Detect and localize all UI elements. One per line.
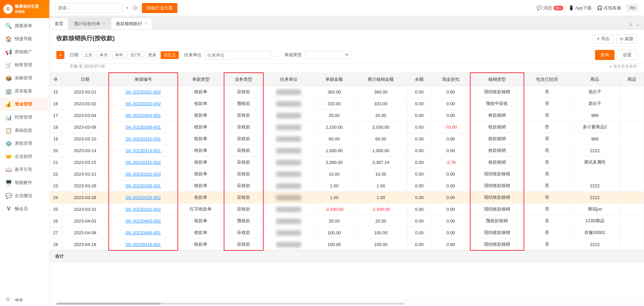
chevron-down-icon[interactable]: ▾ (126, 5, 128, 10)
bill-no-cell[interactable]: SK-20230315-002 (109, 157, 178, 168)
cash-discount-cell: 0.00 (431, 86, 470, 98)
sidebar-item-member[interactable]: V 畅会员 (0, 202, 49, 215)
topbar-gear-icon[interactable]: ⚙ (132, 4, 138, 12)
partner-cell: ████████ (263, 98, 314, 110)
sidebar-item-basic[interactable]: 📋 基础信息 (0, 124, 49, 137)
row-no-cell: 27 (50, 227, 62, 239)
sidebar-item-wechat[interactable]: 💬 企业微信 (0, 189, 49, 202)
refresh-button[interactable]: ↻ 刷新 (616, 34, 637, 44)
cum-amount-cell: 3,387.24 (354, 157, 407, 168)
bill-no-link[interactable]: SK-20230308-001 (125, 125, 161, 130)
bill-no-cell[interactable]: SK-20230321-003 (109, 168, 178, 180)
horizontal-scrollbar[interactable] (50, 301, 644, 306)
bill-no-cell[interactable]: SK-20230310-001 (109, 133, 178, 145)
column-settings-icon[interactable]: ⚙ (54, 77, 58, 82)
bill-type-select[interactable] (305, 51, 352, 59)
date-cell: 2023-03-10 (62, 133, 109, 145)
bill-no-cell[interactable]: SK-20230302-002 (109, 98, 178, 110)
scrollbar-track[interactable] (56, 303, 405, 305)
sidebar-item-shortcut[interactable]: 🏠 快捷导航 (0, 33, 49, 46)
data-table-container[interactable]: ⚙ 日期 单据编号 单据类型 业务类型 往来单位 单据金额 累计核销金额 余额 … (50, 72, 644, 301)
search-input[interactable] (55, 3, 122, 13)
sidebar-item-system[interactable]: ⚙️ 系统管理 (0, 137, 49, 150)
settings-icon[interactable]: ⚙ (5, 296, 10, 303)
bill-no-link[interactable]: SK-20230328-002 (125, 195, 161, 200)
date-quick-buttons: 上月 本月 本年 近7天 更多 自定义 (81, 51, 179, 59)
sidebar-item-finance[interactable]: 💰 资金管理 (0, 98, 49, 111)
custom-date-btn[interactable]: 自定义 (161, 51, 179, 59)
last-7days-btn[interactable]: 近7天 (127, 51, 144, 59)
bill-no-link[interactable]: SK-20230403-002 (125, 219, 161, 224)
scrollbar-thumb[interactable] (56, 303, 161, 305)
biz-type-cell: 应收款 (224, 192, 263, 203)
close-tab-icon[interactable]: ✕ (629, 22, 633, 28)
export-button[interactable]: ↗ 导出 (592, 34, 613, 44)
sidebar-item-hardware[interactable]: 🖥️ 智能硬件 (0, 176, 49, 189)
goods2-cell (620, 168, 644, 180)
sidebar-item-enterprise[interactable]: 🤝 企业协同 (0, 150, 49, 163)
system-icon: ⚙️ (5, 140, 12, 147)
sidebar-item-sales[interactable]: 🛒 销售管理 (0, 59, 49, 72)
bill-no-link[interactable]: SK-20230315-002 (125, 160, 161, 165)
table-row: 21 2023-03-15 SK-20230315-002 收款单 应收款 ██… (50, 157, 644, 168)
setting-button[interactable]: 设置 (617, 50, 637, 60)
industry-solution-button[interactable]: 体验行业方案 (142, 3, 177, 13)
bill-no-cell[interactable]: SK-20230314-001 (109, 145, 178, 157)
collapse-icon[interactable]: ◀◀ (14, 296, 22, 303)
goods1-cell: 多计量商品2 (570, 121, 620, 133)
message-area[interactable]: 💬 消息 99+ (537, 5, 563, 11)
bill-no-link[interactable]: SK-20230408-001 (125, 230, 161, 235)
this-year-btn[interactable]: 本年 (112, 51, 126, 59)
logo-icon: 6 (3, 4, 13, 14)
included-cell: 否 (524, 215, 570, 227)
bill-no-link[interactable]: SK-20230331-002 (125, 207, 161, 212)
tab-payable[interactable]: 预计应收付单 ✕ (69, 18, 110, 29)
bill-no-link[interactable]: SK-20230314-001 (125, 148, 161, 153)
cum-amount-cell: 20.00 (354, 215, 407, 227)
bill-no-cell[interactable]: SK-20230301-002 (109, 86, 178, 98)
tab-home[interactable]: 首页 (50, 18, 68, 29)
bill-no-link[interactable]: SK-20230418-001 (125, 242, 161, 247)
sidebar-item-guide[interactable]: 📖 新手引导 (0, 163, 49, 176)
cash-discount-cell: 0.00 (431, 203, 470, 215)
bill-no-cell[interactable]: SK-20230418-001 (109, 239, 178, 251)
filter-expand-button[interactable]: » (56, 51, 64, 59)
bill-no-link[interactable]: SK-20230310-001 (125, 136, 161, 141)
sidebar-label-system: 系统管理 (15, 140, 32, 146)
maximize-icon[interactable]: ⤢ (636, 22, 640, 28)
tab-payable-close-icon[interactable]: ✕ (102, 21, 105, 26)
more-date-btn[interactable]: 更多 (145, 51, 159, 59)
bill-no-cell[interactable]: SK-20230304-001 (109, 110, 178, 121)
bill-no-cell[interactable]: SK-20230408-001 (109, 227, 178, 239)
bill-no-cell[interactable]: SK-20230403-002 (109, 215, 178, 227)
sidebar-item-inventory[interactable]: 🏢 库存核算 (0, 85, 49, 98)
sidebar-item-purchase[interactable]: 📦 采购管理 (0, 72, 49, 85)
user-avatar[interactable]: Rit (627, 4, 639, 12)
bill-type-cell: 收款单 (178, 98, 224, 110)
expand-more-conditions-btn[interactable]: ▾ 展开更多条件 (610, 64, 637, 69)
bill-no-cell[interactable]: SK-20230328-002 (109, 192, 178, 203)
sidebar: 6 畅康道好生意 标推版 🔍 搜索菜单 🏠 快捷导航 📢 营销推广 🛒 销售管理… (0, 0, 50, 306)
sidebar-item-operation[interactable]: 📊 经营管理 (0, 111, 49, 124)
bill-no-cell[interactable]: SK-20230331-002 (109, 203, 178, 215)
tab-collection-close-icon[interactable]: ✕ (144, 21, 147, 26)
tab-collection[interactable]: 收款核销执行 ✕ (111, 18, 152, 29)
online-service-btn[interactable]: 🎧 在线客服 (597, 5, 621, 11)
bill-no-cell[interactable]: SK-20230328-001 (109, 180, 178, 192)
bill-no-link[interactable]: SK-20230301-002 (125, 89, 161, 95)
filter-more-icon[interactable]: … (274, 53, 279, 58)
th-settings[interactable]: ⚙ (50, 73, 62, 86)
bill-no-link[interactable]: SK-20230321-003 (125, 172, 161, 177)
query-button[interactable]: 查询 (595, 50, 614, 60)
bill-no-link[interactable]: SK-20230328-001 (125, 183, 161, 188)
bill-no-link[interactable]: SK-20230302-002 (125, 101, 161, 106)
sidebar-item-marketing[interactable]: 📢 营销推广 (0, 46, 49, 59)
partner-filter-input[interactable] (204, 51, 271, 59)
th-balance: 余额 (407, 73, 431, 86)
last-month-btn[interactable]: 上月 (81, 51, 95, 59)
app-download-btn[interactable]: 📱 App下载 (569, 5, 592, 11)
bill-no-cell[interactable]: SK-20230308-001 (109, 121, 178, 133)
sidebar-item-search[interactable]: 🔍 搜索菜单 (0, 19, 49, 33)
this-month-btn[interactable]: 本月 (97, 51, 111, 59)
bill-no-link[interactable]: SK-20230304-001 (125, 113, 161, 118)
